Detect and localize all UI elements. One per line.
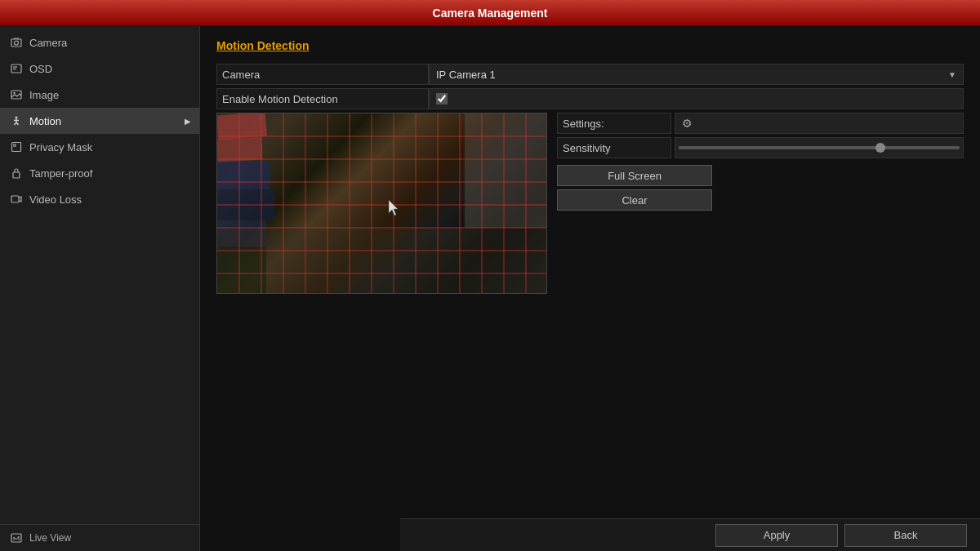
- car2-element: [216, 137, 262, 162]
- camera-value-cell[interactable]: IP Camera 1 ▼: [429, 64, 964, 85]
- sidebar-label-camera: Camera: [29, 37, 67, 49]
- live-view-label: Live View: [29, 532, 71, 544]
- svg-point-1: [15, 41, 19, 45]
- sidebar-item-osd[interactable]: OSD: [0, 56, 199, 82]
- svg-rect-13: [13, 144, 16, 147]
- tamper-proof-icon: [10, 167, 23, 180]
- svg-line-11: [16, 122, 19, 125]
- camera-label: Camera: [216, 64, 429, 85]
- sidebar-item-video-loss[interactable]: Video Loss: [0, 186, 199, 212]
- bottom-bar: Apply Back: [400, 518, 980, 551]
- image-icon: [10, 88, 23, 101]
- apply-button[interactable]: Apply: [715, 524, 838, 547]
- enable-motion-label: Enable Motion Detection: [216, 88, 429, 109]
- sidebar-item-motion[interactable]: Motion: [0, 108, 199, 134]
- sensitivity-label: Sensitivity: [557, 137, 671, 158]
- settings-field-label: Settings:: [557, 113, 671, 134]
- car4-element: [217, 189, 274, 220]
- car3-element: [217, 161, 270, 189]
- sensitivity-bar[interactable]: [679, 146, 960, 149]
- sensitivity-value[interactable]: [675, 137, 964, 158]
- sidebar-item-image[interactable]: Image: [0, 82, 199, 108]
- settings-field-value[interactable]: ⚙: [675, 113, 964, 134]
- svg-rect-0: [11, 39, 21, 47]
- content-area: Motion Detection Camera IP Camera 1 ▼ En…: [200, 26, 980, 551]
- form-section: Camera IP Camera 1 ▼ Enable Motion Detec…: [216, 64, 964, 109]
- sidebar-label-osd: OSD: [29, 63, 52, 75]
- sensitivity-thumb[interactable]: [875, 143, 885, 153]
- settings-panel: Settings: ⚙ Sensitivity: [547, 113, 964, 538]
- sensitivity-track: [679, 146, 960, 149]
- sidebar-label-image: Image: [29, 89, 59, 101]
- sidebar-item-privacy-mask[interactable]: Privacy Mask: [0, 134, 199, 160]
- clear-button[interactable]: Clear: [557, 189, 712, 211]
- gear-icon: ⚙: [682, 117, 693, 130]
- sidebar-label-video-loss: Video Loss: [29, 193, 82, 206]
- enable-motion-checkbox[interactable]: [436, 93, 448, 104]
- sensitivity-row: Sensitivity: [557, 137, 964, 158]
- svg-rect-16: [11, 534, 21, 542]
- building-element: [465, 113, 546, 228]
- page-title: Motion Detection: [216, 39, 964, 52]
- osd-icon: [10, 62, 23, 75]
- svg-rect-14: [13, 172, 20, 178]
- video-loss-icon: [10, 193, 23, 206]
- sidebar-item-tamper-proof[interactable]: Tamper-proof: [0, 160, 199, 186]
- sidebar-label-privacy-mask: Privacy Mask: [29, 141, 92, 153]
- svg-point-6: [13, 92, 15, 94]
- fullscreen-button[interactable]: Full Screen: [557, 165, 712, 186]
- fullscreen-container: Full Screen Clear: [557, 165, 964, 214]
- video-feed: [216, 113, 547, 294]
- back-button[interactable]: Back: [844, 524, 967, 547]
- sidebar: Camera OSD Image Motion Privacy Mask: [0, 26, 200, 551]
- sidebar-item-camera[interactable]: Camera: [0, 29, 199, 56]
- enable-motion-cell: [429, 88, 964, 109]
- svg-rect-15: [11, 196, 19, 202]
- sidebar-label-motion: Motion: [29, 115, 61, 127]
- title-text: Camera Management: [433, 7, 548, 20]
- video-background: [217, 113, 546, 293]
- motion-icon: [10, 114, 23, 127]
- live-view-button[interactable]: Live View: [0, 524, 199, 551]
- detection-area: Settings: ⚙ Sensitivity: [216, 113, 964, 538]
- enable-motion-row: Enable Motion Detection: [216, 88, 964, 109]
- privacy-mask-icon: [10, 140, 23, 153]
- dropdown-arrow-icon: ▼: [948, 70, 956, 79]
- sidebar-label-tamper-proof: Tamper-proof: [29, 167, 92, 180]
- camera-icon: [10, 36, 23, 49]
- settings-label-row: Settings: ⚙: [557, 113, 964, 134]
- title-bar: Camera Management: [0, 0, 980, 26]
- car1-element: [216, 113, 267, 140]
- live-view-icon: [10, 531, 23, 544]
- ground-element: [217, 228, 546, 293]
- camera-value-text: IP Camera 1: [436, 69, 956, 81]
- svg-point-7: [16, 117, 18, 119]
- camera-row: Camera IP Camera 1 ▼: [216, 64, 964, 85]
